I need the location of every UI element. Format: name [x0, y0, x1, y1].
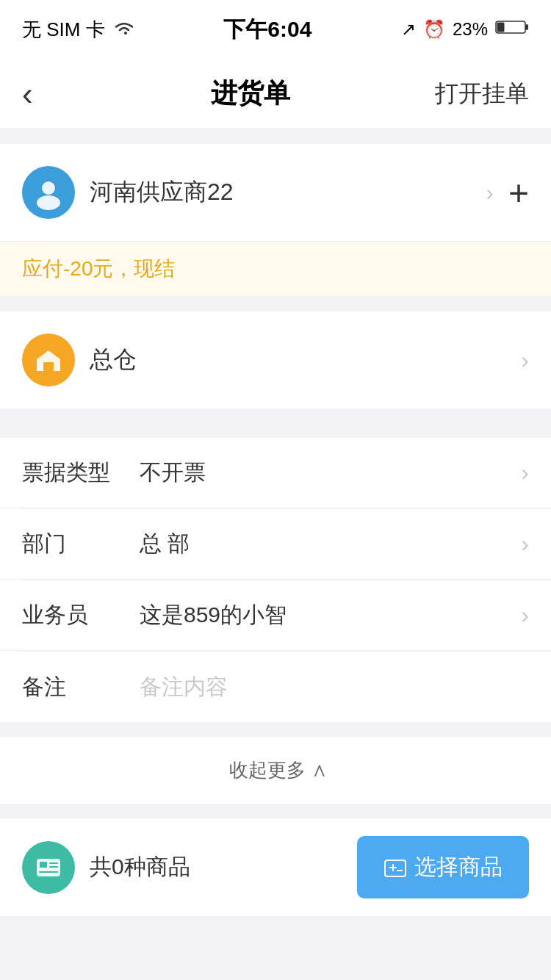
supplier-avatar [22, 166, 75, 219]
sales-value: 这是859的小智 [125, 600, 521, 630]
battery-label: 23% [453, 19, 488, 40]
invoice-label: 票据类型 [22, 458, 125, 488]
remark-row[interactable]: 备注 备注内容 [0, 652, 551, 722]
warehouse-chevron-icon: › [521, 347, 529, 374]
section-gap-3 [0, 408, 551, 423]
nav-bar: ‹ 进货单 打开挂单 [0, 59, 551, 129]
form-section: 票据类型 不开票 › 部门 总 部 › 业务员 这是859的小智 › 备注 备注… [0, 438, 551, 722]
alarm-icon: ⏰ [423, 19, 445, 40]
supplier-chevron-icon: › [486, 179, 494, 206]
product-count-label: 共0种商品 [90, 852, 357, 882]
svg-rect-5 [43, 362, 54, 371]
supplier-section: 河南供应商22 › + 应付-20元，现结 [0, 144, 551, 297]
bottom-bar: 共0种商品 选择商品 [0, 818, 551, 916]
open-pending-button[interactable]: 打开挂单 [435, 78, 529, 110]
battery-icon [495, 19, 529, 40]
location-icon: ↗ [401, 19, 416, 40]
dept-label: 部门 [22, 529, 125, 559]
status-bar: 无 SIM 卡 下午6:04 ↗ ⏰ 23% [0, 0, 551, 59]
warehouse-name: 总仓 [90, 344, 521, 376]
svg-rect-2 [525, 24, 528, 30]
supplier-row[interactable]: 河南供应商22 › + [0, 144, 551, 242]
remark-label: 备注 [22, 672, 125, 702]
collapse-label: 收起更多 ∧ [229, 757, 327, 783]
page-title: 进货单 [211, 76, 290, 112]
section-gap-2 [0, 297, 551, 311]
page-filler [0, 916, 551, 980]
status-time: 下午6:04 [223, 15, 311, 45]
svg-rect-1 [497, 23, 504, 32]
remark-input[interactable]: 备注内容 [125, 672, 529, 702]
supplier-name: 河南供应商22 [90, 176, 486, 209]
status-left: 无 SIM 卡 [22, 17, 134, 43]
carrier-label: 无 SIM 卡 [22, 17, 105, 43]
alert-banner: 应付-20元，现结 [0, 242, 551, 297]
svg-point-3 [42, 181, 55, 195]
dept-row[interactable]: 部门 总 部 › [0, 509, 551, 580]
sales-chevron-icon: › [521, 602, 529, 629]
add-supplier-button[interactable]: + [508, 173, 529, 213]
invoice-row[interactable]: 票据类型 不开票 › [0, 438, 551, 508]
invoice-chevron-icon: › [521, 459, 529, 486]
collapse-button[interactable]: 收起更多 ∧ [0, 737, 551, 804]
warehouse-section: 总仓 › [0, 311, 551, 408]
warehouse-icon [22, 334, 75, 386]
select-product-button[interactable]: 选择商品 [357, 836, 529, 898]
section-gap-1 [0, 129, 551, 144]
svg-rect-7 [40, 862, 47, 868]
sales-row[interactable]: 业务员 这是859的小智 › [0, 580, 551, 651]
sales-label: 业务员 [22, 600, 125, 630]
product-icon [22, 841, 75, 894]
select-btn-label: 选择商品 [414, 852, 503, 882]
invoice-value: 不开票 [125, 458, 521, 488]
status-right: ↗ ⏰ 23% [401, 19, 529, 40]
dept-chevron-icon: › [521, 530, 529, 558]
warehouse-row[interactable]: 总仓 › [0, 311, 551, 408]
svg-point-4 [37, 195, 60, 210]
dept-value: 总 部 [125, 529, 521, 559]
wifi-icon [114, 18, 134, 41]
back-button[interactable]: ‹ [22, 76, 66, 112]
